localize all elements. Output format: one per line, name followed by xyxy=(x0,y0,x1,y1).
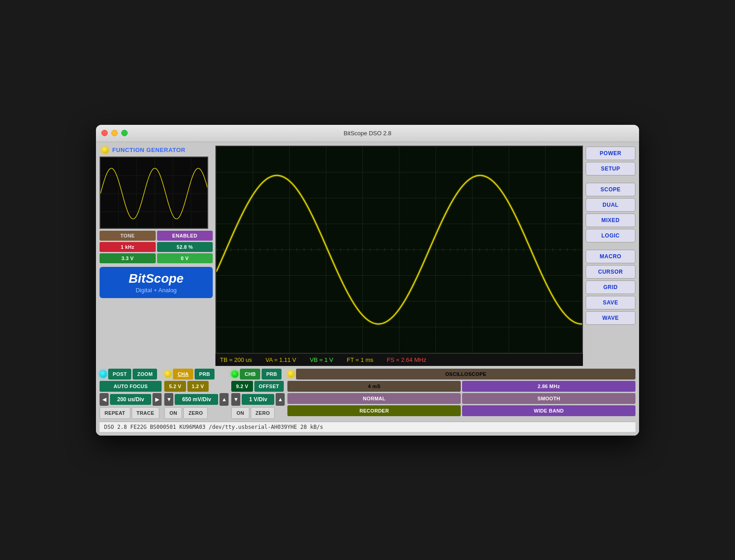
app-window: BitScope DSO 2.8 FUNCTION GENERATOR TONE xyxy=(96,125,639,436)
chb-vdiv-display: 1 V/Div xyxy=(242,394,274,405)
timebase-section: POST ZOOM AUTO FOCUS ◀ 200 us/Div ▶ REPE… xyxy=(100,369,162,419)
chb-led xyxy=(231,370,239,378)
chb-row-4: ON ZERO xyxy=(231,407,285,419)
div-down-button[interactable]: ◀ xyxy=(100,393,109,406)
vb-param: VB = 1 V xyxy=(310,356,334,363)
wave-button[interactable]: WAVE xyxy=(586,311,635,325)
save-button[interactable]: SAVE xyxy=(586,296,635,309)
cha-row-4: ON ZERO xyxy=(164,407,229,419)
cha-prb-button[interactable]: PRB xyxy=(195,369,215,380)
cha-val2-button[interactable]: 1.2 V xyxy=(187,381,209,392)
cursor-button[interactable]: CURSOR xyxy=(586,265,635,279)
osc-row-3: NORMAL SMOOTH xyxy=(287,393,635,404)
normal-button[interactable]: NORMAL xyxy=(287,393,461,404)
ctrl-row-1: TONE ENABLED xyxy=(100,231,213,241)
cha-zero-button[interactable]: ZERO xyxy=(183,407,208,419)
logic-button[interactable]: LOGIC xyxy=(586,229,635,242)
func-gen-header: FUNCTION GENERATOR xyxy=(100,146,213,155)
macro-button[interactable]: MACRO xyxy=(586,250,635,263)
bitscope-logo: BitScope Digital + Analog xyxy=(100,267,213,298)
setup-button[interactable]: SETUP xyxy=(586,162,635,176)
scope-info-bar: TB = 200 us VA = 1.11 V VB = 1 V FT = 1 … xyxy=(215,354,583,366)
chb-row-2: 9.2 V OFFSET xyxy=(231,381,285,392)
osc-label-button[interactable]: OSCILLOSCOPE xyxy=(296,369,635,380)
osc-settings-section: OSCILLOSCOPE 4 mS 2.86 MHz NORMAL SMOOTH… xyxy=(287,369,635,419)
ctrl-row-2: 1 kHz 52.8 % xyxy=(100,242,213,252)
mixed-button[interactable]: MIXED xyxy=(586,214,635,227)
window-title: BitScope DSO 2.8 xyxy=(344,130,391,137)
left-panel: FUNCTION GENERATOR TONE ENABLED 1 kHz 52… xyxy=(100,146,213,366)
status-bar: DSO 2.8 FE22G BS000501 KU96MA03 /dev/tty… xyxy=(100,422,635,432)
zoom-button[interactable]: ZOOM xyxy=(133,369,157,380)
bc-row-2: AUTO FOCUS xyxy=(100,381,162,392)
cha-row-3: ▼ 650 mV/Div ▲ xyxy=(164,393,229,406)
chb-row-1: CHB PRB xyxy=(231,369,285,380)
chb-zero-button[interactable]: ZERO xyxy=(251,407,275,419)
cha-up-button[interactable]: ▲ xyxy=(220,393,229,406)
scope-button[interactable]: SCOPE xyxy=(586,183,635,196)
freq-button[interactable]: 1 kHz xyxy=(100,242,156,252)
chb-row-3: ▼ 1 V/Div ▲ xyxy=(231,393,285,406)
power-button[interactable]: POWER xyxy=(586,147,635,160)
post-button[interactable]: POST xyxy=(108,369,131,380)
channel-a-section: CHA PRB 5.2 V 1.2 V ▼ 650 mV/Div ▲ ON ZE… xyxy=(164,369,229,419)
dual-button[interactable]: DUAL xyxy=(586,198,635,212)
chb-button[interactable]: CHB xyxy=(240,369,260,380)
osc-time-button[interactable]: 4 mS xyxy=(287,381,461,392)
main-content: FUNCTION GENERATOR TONE ENABLED 1 kHz 52… xyxy=(96,142,639,436)
cha-val1-button[interactable]: 5.2 V xyxy=(164,381,186,392)
timebase-led xyxy=(100,370,107,378)
grid-button[interactable]: GRID xyxy=(586,280,635,294)
cha-button[interactable]: CHA xyxy=(173,369,193,380)
enabled-button[interactable]: ENABLED xyxy=(157,231,213,241)
bottom-controls: POST ZOOM AUTO FOCUS ◀ 200 us/Div ▶ REPE… xyxy=(100,369,635,419)
bc-row-1: POST ZOOM xyxy=(100,369,162,380)
volt2-button[interactable]: 0 V xyxy=(157,253,213,263)
trace-button[interactable]: TRACE xyxy=(132,407,159,419)
bc-row-4: REPEAT TRACE xyxy=(100,407,162,419)
chb-val1-button[interactable]: 9.2 V xyxy=(231,381,253,392)
osc-row-2: 4 mS 2.86 MHz xyxy=(287,381,635,392)
traffic-lights xyxy=(101,130,128,136)
recorder-button[interactable]: RECORDER xyxy=(287,405,461,416)
ctrl-row-3: 3.3 V 0 V xyxy=(100,253,213,263)
chb-on-button[interactable]: ON xyxy=(231,407,249,419)
chb-down-button[interactable]: ▼ xyxy=(231,393,240,406)
minimize-button[interactable] xyxy=(111,130,118,136)
ft-param: FT = 1 ms xyxy=(347,356,373,363)
cha-down-button[interactable]: ▼ xyxy=(164,393,173,406)
right-panel: POWER SETUP SCOPE DUAL MIXED LOGIC MACRO… xyxy=(586,146,635,366)
titlebar: BitScope DSO 2.8 xyxy=(96,125,639,142)
tb-param: TB = 200 us xyxy=(220,356,252,363)
func-gen-title: FUNCTION GENERATOR xyxy=(112,147,186,153)
osc-freq-button[interactable]: 2.86 MHz xyxy=(462,381,635,392)
div-up-button[interactable]: ▶ xyxy=(153,393,162,406)
controls-grid: TONE ENABLED 1 kHz 52.8 % 3.3 V 0 V xyxy=(100,231,213,263)
smooth-button[interactable]: SMOOTH xyxy=(462,393,635,404)
duty-button[interactable]: 52.8 % xyxy=(157,242,213,252)
tone-button[interactable]: TONE xyxy=(100,231,156,241)
close-button[interactable] xyxy=(101,130,108,136)
chb-offset-button[interactable]: OFFSET xyxy=(254,381,284,392)
repeat-button[interactable]: REPEAT xyxy=(100,407,130,419)
channel-b-section: CHB PRB 9.2 V OFFSET ▼ 1 V/Div ▲ ON ZERO xyxy=(231,369,285,419)
osc-row-1: OSCILLOSCOPE xyxy=(287,369,635,380)
auto-focus-button[interactable]: AUTO FOCUS xyxy=(100,381,162,392)
logo-title: BitScope xyxy=(106,271,206,286)
volt1-button[interactable]: 3.3 V xyxy=(100,253,156,263)
chb-up-button[interactable]: ▲ xyxy=(276,393,285,406)
osc-led xyxy=(287,370,295,378)
cha-on-button[interactable]: ON xyxy=(164,407,182,419)
scope-display: TB = 200 us VA = 1.11 V VB = 1 V FT = 1 … xyxy=(215,146,583,366)
cha-mvdiv-display: 650 mV/Div xyxy=(175,394,218,405)
main-row: FUNCTION GENERATOR TONE ENABLED 1 kHz 52… xyxy=(100,146,635,366)
va-param: VA = 1.11 V xyxy=(265,356,296,363)
mini-scope-display xyxy=(100,157,208,229)
cha-led xyxy=(164,370,172,378)
chb-prb-button[interactable]: PRB xyxy=(262,369,282,380)
fullscreen-button[interactable] xyxy=(121,130,128,136)
div-display: 200 us/Div xyxy=(110,394,151,405)
logo-subtitle: Digital + Analog xyxy=(106,287,206,294)
wideband-button[interactable]: WIDE BAND xyxy=(462,405,635,416)
scope-grid xyxy=(216,147,582,353)
